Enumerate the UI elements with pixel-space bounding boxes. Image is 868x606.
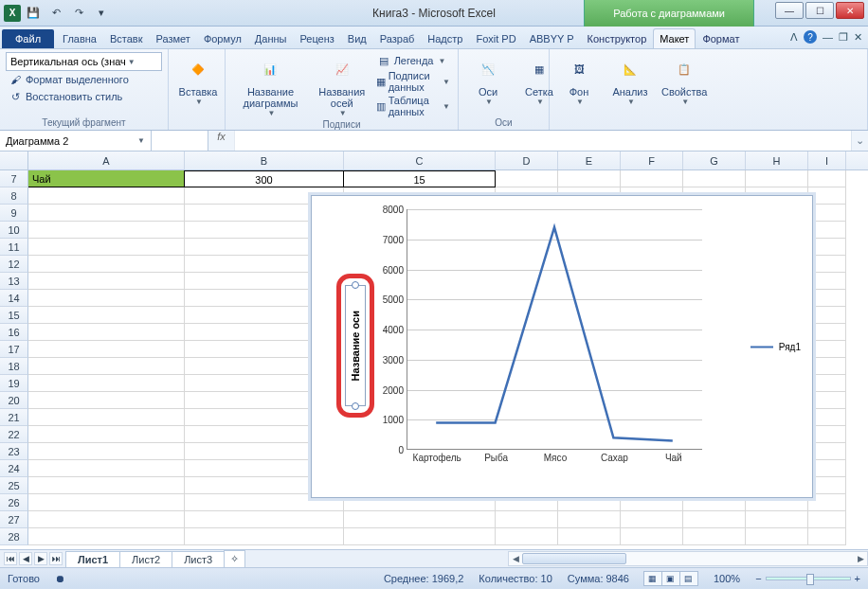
doc-restore-icon[interactable]: ❐	[839, 31, 848, 44]
axes-button[interactable]: 📉Оси▼	[464, 52, 512, 108]
redo-icon[interactable]: ↷	[68, 4, 89, 23]
view-page-layout-icon[interactable]: ▣	[661, 571, 680, 586]
column-header[interactable]: I	[808, 152, 846, 169]
cell[interactable]: Чай	[28, 170, 185, 187]
cell[interactable]	[808, 511, 846, 528]
background-button[interactable]: 🖼Фон▼	[555, 52, 603, 108]
format-selection-button[interactable]: 🖌Формат выделенного	[6, 71, 162, 88]
properties-button[interactable]: 📋Свойства▼	[658, 52, 711, 108]
row-header[interactable]: 28	[0, 528, 28, 545]
cell[interactable]	[28, 256, 185, 273]
tab-file[interactable]: Файл	[2, 29, 54, 48]
sheet-nav-prev-icon[interactable]: ◀	[19, 552, 32, 565]
column-header[interactable]: A	[28, 152, 185, 169]
new-sheet-button[interactable]: ✧	[224, 550, 245, 567]
scroll-left-icon[interactable]: ◀	[509, 554, 522, 563]
y-axis-title-selected[interactable]: Название оси	[342, 279, 369, 412]
view-page-break-icon[interactable]: ▤	[679, 571, 698, 586]
cell[interactable]	[28, 239, 185, 256]
row-header[interactable]: 22	[0, 426, 28, 443]
cell[interactable]	[496, 511, 558, 528]
row-header[interactable]: 16	[0, 324, 28, 341]
cell[interactable]	[28, 222, 185, 239]
cell[interactable]	[808, 528, 846, 545]
cell[interactable]	[808, 443, 846, 460]
cell[interactable]	[558, 528, 621, 545]
row-header[interactable]: 9	[0, 205, 28, 222]
tab-home[interactable]: Главна	[56, 28, 103, 48]
tab-addins[interactable]: Надстр	[421, 28, 469, 48]
cell[interactable]: 15	[344, 170, 496, 187]
cell[interactable]	[808, 222, 846, 239]
cell[interactable]	[621, 511, 683, 528]
sheet-nav-next-icon[interactable]: ▶	[34, 552, 47, 565]
line-series[interactable]	[407, 209, 702, 450]
row-header[interactable]: 11	[0, 239, 28, 256]
chart-element-selector[interactable]: Вертикальная ось (знач▼	[6, 52, 162, 71]
tab-data[interactable]: Данны	[248, 28, 294, 48]
cell[interactable]	[808, 358, 846, 375]
zoom-out-icon[interactable]: −	[755, 573, 761, 584]
cell[interactable]	[621, 170, 683, 187]
row-header[interactable]: 13	[0, 273, 28, 290]
undo-icon[interactable]: ↶	[45, 4, 66, 23]
cell[interactable]	[683, 511, 746, 528]
tab-abbyy[interactable]: ABBYY P	[523, 28, 581, 48]
tab-review[interactable]: Реценз	[293, 28, 340, 48]
column-header[interactable]: C	[344, 152, 496, 169]
row-header[interactable]: 27	[0, 511, 28, 528]
cell[interactable]	[808, 460, 846, 477]
tab-view[interactable]: Вид	[341, 28, 373, 48]
cell[interactable]	[808, 426, 846, 443]
cell[interactable]	[28, 443, 185, 460]
cell[interactable]: 300	[185, 170, 344, 187]
tab-design[interactable]: Конструктор	[581, 28, 654, 48]
doc-close-icon[interactable]: ✕	[854, 31, 862, 44]
chart-title-button[interactable]: 📊 Название диаграммы▼	[231, 52, 310, 119]
cell[interactable]	[746, 170, 808, 187]
doc-minimize-icon[interactable]: —	[823, 31, 833, 43]
macro-record-icon[interactable]: ⏺	[55, 573, 65, 584]
cell[interactable]	[808, 477, 846, 494]
cell[interactable]	[683, 170, 746, 187]
cell[interactable]	[28, 477, 185, 494]
qat-customize-icon[interactable]: ▾	[91, 4, 112, 23]
horizontal-scrollbar[interactable]: ◀ ▶	[508, 551, 868, 566]
legend-button[interactable]: ▤Легенда▼	[374, 52, 452, 69]
tab-format[interactable]: Формат	[696, 28, 746, 48]
row-header[interactable]: 25	[0, 477, 28, 494]
tab-insert[interactable]: Вставк	[103, 28, 150, 48]
tab-layout[interactable]: Размет	[150, 28, 197, 48]
cell[interactable]	[808, 187, 846, 205]
cell[interactable]	[28, 494, 185, 511]
cell[interactable]	[28, 392, 185, 409]
sheet-nav-last-icon[interactable]: ⏭	[49, 552, 63, 565]
cell[interactable]	[808, 256, 846, 273]
cell[interactable]	[558, 511, 621, 528]
row-header[interactable]: 12	[0, 256, 28, 273]
cell[interactable]	[28, 528, 185, 545]
cell[interactable]	[496, 528, 558, 545]
maximize-button[interactable]: ☐	[805, 2, 834, 19]
column-header[interactable]: B	[185, 152, 344, 169]
sheet-tab[interactable]: Лист1	[65, 551, 120, 567]
row-header[interactable]: 23	[0, 443, 28, 460]
embedded-chart[interactable]: Название оси 010002000300040005000600070…	[311, 195, 813, 498]
cell[interactable]	[28, 290, 185, 307]
minimize-button[interactable]: —	[775, 2, 804, 19]
help-icon[interactable]: ?	[804, 30, 817, 44]
column-header[interactable]: D	[496, 152, 558, 169]
row-header[interactable]: 21	[0, 409, 28, 426]
cell[interactable]	[808, 375, 846, 392]
zoom-in-icon[interactable]: +	[855, 573, 860, 584]
sheet-nav-first-icon[interactable]: ⏮	[4, 552, 17, 565]
cell[interactable]	[28, 426, 185, 443]
zoom-slider[interactable]: − +	[755, 573, 860, 584]
row-header[interactable]: 8	[0, 187, 28, 205]
cell[interactable]	[28, 205, 185, 222]
row-header[interactable]: 18	[0, 358, 28, 375]
cell[interactable]	[808, 205, 846, 222]
data-table-button[interactable]: ▥Таблица данных▼	[374, 94, 452, 118]
cell[interactable]	[808, 239, 846, 256]
select-all-corner[interactable]	[0, 152, 28, 169]
